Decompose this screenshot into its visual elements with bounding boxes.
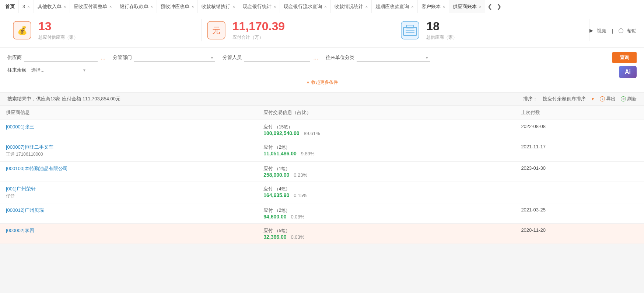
- supplier-info-cell: [000007]恒旺二手叉车王通 17106110000: [0, 140, 258, 162]
- dept-label: 分管部门: [113, 54, 132, 61]
- tx-label: 应付 （15笔）: [263, 124, 509, 130]
- export-button[interactable]: ↓ 导出: [600, 96, 616, 102]
- dept-input[interactable]: [134, 54, 215, 62]
- supplier-link[interactable]: [000001]张三: [6, 124, 34, 130]
- last-pay-date: 2021-03-25: [521, 207, 546, 213]
- nav-supplier-ledger-label: 供应商账本: [453, 3, 477, 10]
- nav-collect-stat[interactable]: 收款情况统计 ×: [331, 0, 372, 13]
- video-icon: ▶: [589, 28, 593, 33]
- nav-cash-stat[interactable]: 现金银行统计 ×: [239, 0, 280, 13]
- nav-tab-3[interactable]: 3 ×: [19, 0, 34, 13]
- help-link[interactable]: 帮助: [627, 28, 637, 34]
- svg-text:元: 元: [212, 26, 220, 35]
- nav-customer-ledger-label: 客户账本: [421, 3, 441, 10]
- supplier-link[interactable]: [001]广州荣轩: [6, 186, 36, 192]
- nav-next-arrow[interactable]: ❯: [494, 3, 504, 10]
- close-icon[interactable]: ×: [443, 4, 445, 9]
- nav-payment-verify[interactable]: 收款核销执行 ×: [198, 0, 239, 13]
- last-pay-cell: 2022-08-08: [515, 120, 644, 140]
- export-label[interactable]: 导出: [606, 96, 616, 102]
- supplier-info-cell: [000012]广州贝瑞: [0, 203, 258, 224]
- nav-supplier-ledger[interactable]: 供应商账本 ×: [449, 0, 485, 13]
- filter-area: 供应商 ... 分管部门 ▼ 分管人员 ... 往来单位分类 ▼ 查询: [0, 48, 644, 93]
- refresh-button[interactable]: ↺ 刷新: [621, 96, 637, 102]
- collapse-chevron-icon: ∧: [306, 80, 310, 85]
- ai-badge[interactable]: Ai: [619, 66, 637, 78]
- balance-input[interactable]: [29, 66, 88, 74]
- tx-amount: 100,092,540.0089.61%: [263, 130, 509, 136]
- summary-block-payable-suppliers: 💰 13 总应付供应商（家）: [7, 19, 202, 41]
- last-pay-cell: 2021-03-25: [515, 203, 644, 224]
- category-select-wrap: ▼: [357, 54, 430, 62]
- nav-cash-flow[interactable]: 现金银行流水查询 ×: [280, 0, 330, 13]
- close-icon[interactable]: ×: [109, 4, 112, 9]
- close-icon[interactable]: ×: [64, 4, 66, 9]
- payable-amount-icon: 元: [205, 19, 227, 41]
- nav-other-income[interactable]: 其他收入单 ×: [34, 0, 70, 13]
- close-icon[interactable]: ×: [324, 4, 326, 9]
- video-link[interactable]: 视频: [597, 28, 606, 34]
- supplier-link[interactable]: [000100]本特勤油品有限公司: [6, 166, 68, 171]
- filter-balance: 往来余额 ▼: [7, 66, 88, 74]
- last-pay-date: 2021-11-17: [521, 144, 546, 149]
- nav-tab-3-close[interactable]: ×: [27, 4, 29, 9]
- collapse-bar[interactable]: ∧ 收起更多条件: [7, 77, 637, 88]
- summary-text-amount: 11,170.39 应付合计（万）: [232, 20, 285, 41]
- nav-bank[interactable]: 银行存取款单 ×: [116, 0, 157, 13]
- top-navigation: 首页 3 × 其他收入单 × 应收应付调整单 × 银行存取款单 × 预收冲应收单…: [0, 0, 644, 13]
- tx-amount: 32,366.000.03%: [263, 234, 509, 240]
- close-icon[interactable]: ×: [192, 4, 194, 9]
- close-icon[interactable]: ×: [151, 4, 153, 9]
- tx-info-cell: 应付 （5笔） 32,366.000.03%: [258, 224, 515, 244]
- col-supplier-info: 供应商信息: [0, 106, 258, 120]
- supplier-input[interactable]: [24, 54, 98, 62]
- tx-label: 应付 （4笔）: [263, 186, 509, 192]
- query-button[interactable]: 查询: [612, 52, 637, 63]
- close-icon[interactable]: ×: [411, 4, 413, 9]
- table-row: [001]广州荣轩仔仔应付 （4笔） 164,635.900.15%: [0, 182, 644, 203]
- tx-info-cell: 应付 （4笔） 164,635.900.15%: [258, 182, 515, 203]
- person-dots-icon[interactable]: ...: [313, 54, 318, 61]
- nav-home[interactable]: 首页: [1, 0, 19, 13]
- last-pay-date: 2020-11-20: [521, 227, 546, 233]
- close-icon[interactable]: ×: [232, 4, 235, 9]
- nav-cash-stat-label: 现金银行统计: [243, 3, 272, 10]
- supplier-sub-info: 王通 17106110000: [6, 151, 252, 158]
- nav-cash-flow-label: 现金银行流水查询: [284, 3, 322, 10]
- tx-label: 应付 （2笔）: [263, 144, 509, 151]
- category-input[interactable]: [357, 54, 430, 62]
- filter-category: 往来单位分类 ▼: [326, 54, 430, 62]
- nav-collect-stat-label: 收款情况统计: [335, 3, 363, 10]
- supplier-link[interactable]: [000007]恒旺二手叉车: [6, 144, 53, 150]
- tx-info-cell: 应付 （2笔） 94,600.000.08%: [258, 203, 515, 224]
- refresh-label[interactable]: 刷新: [627, 96, 637, 102]
- close-icon[interactable]: ×: [274, 4, 276, 9]
- supplier-sub-info: 仔仔: [6, 193, 252, 199]
- nav-customer-ledger[interactable]: 客户账本 ×: [418, 0, 449, 13]
- payable-suppliers-count: 13: [38, 20, 78, 33]
- supplier-dots-icon[interactable]: ...: [101, 54, 105, 61]
- collapse-label: 收起更多条件: [311, 80, 338, 85]
- table-row: [000007]恒旺二手叉车王通 17106110000应付 （2笔） 11,0…: [0, 140, 644, 162]
- filter-person: 分管人员 ...: [223, 54, 318, 62]
- sort-value[interactable]: 按应付余额倒序排序: [543, 96, 586, 102]
- tx-amount: 258,000.000.23%: [263, 172, 509, 178]
- summary-block-payable-amount: 元 11,170.39 应付合计（万）: [202, 19, 396, 41]
- close-icon[interactable]: ×: [365, 4, 368, 9]
- divider: ｜: [610, 28, 615, 34]
- tx-amount: 11,051,486.009.89%: [263, 151, 509, 156]
- nav-pre-collect[interactable]: 预收冲应收单 ×: [157, 0, 198, 13]
- sort-chevron-icon: ▼: [591, 97, 595, 101]
- total-supplier-icon: [399, 19, 421, 41]
- summary-text-payable: 13 总应付供应商（家）: [38, 20, 78, 41]
- supplier-link[interactable]: [000012]广州贝瑞: [6, 207, 44, 213]
- supplier-link[interactable]: [000002]李四: [6, 228, 34, 233]
- nav-ar-adjust-label: 应收应付调整单: [74, 3, 107, 10]
- close-icon[interactable]: ×: [479, 4, 481, 9]
- nav-overdue[interactable]: 超期应收款查询 ×: [372, 0, 417, 13]
- nav-prev-arrow[interactable]: ❮: [485, 3, 494, 10]
- supplier-label: 供应商: [7, 54, 22, 61]
- nav-ar-adjust[interactable]: 应收应付调整单 ×: [70, 0, 116, 13]
- person-input[interactable]: [244, 54, 310, 62]
- filter-dept: 分管部门 ▼: [113, 54, 215, 62]
